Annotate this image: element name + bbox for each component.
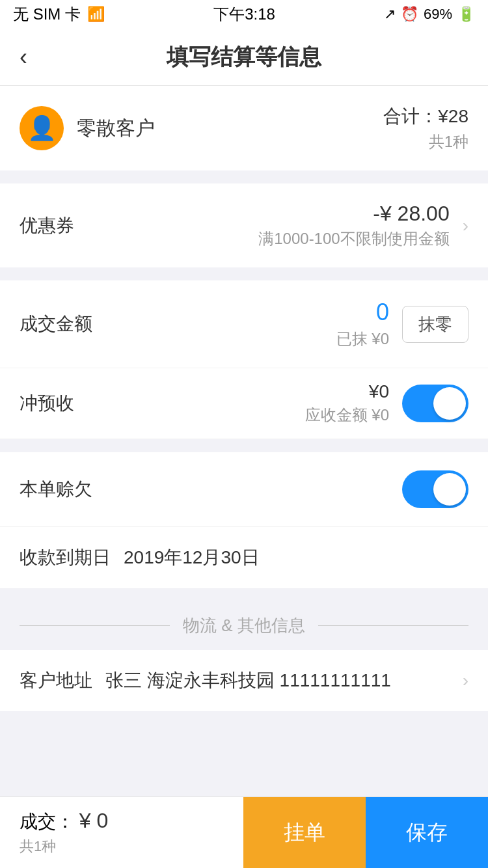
discount-sub: 满1000-100不限制使用金额	[258, 228, 449, 249]
logistics-label: 物流 & 其他信息	[183, 614, 305, 637]
address-value: 张三 海淀永丰科技园 11111111111	[105, 668, 391, 693]
logistics-section-header: 物流 & 其他信息	[0, 601, 488, 650]
prepaid-label: 冲预收	[20, 391, 74, 416]
pending-button[interactable]: 挂单	[243, 797, 366, 869]
debt-section: 本单赊欠 收款到期日 2019年12月30日	[0, 452, 488, 588]
due-date-row: 收款到期日 2019年12月30日	[0, 527, 488, 588]
discount-amount: -¥ 28.00	[258, 202, 449, 226]
save-button-label: 保存	[406, 819, 448, 847]
location-icon: ↗	[384, 6, 396, 23]
transaction-right: 0 已抹 ¥0 抹零	[336, 299, 468, 349]
avatar: 👤	[20, 106, 64, 150]
customer-name: 零散客户	[77, 115, 155, 142]
chevron-right-icon: ›	[463, 215, 468, 236]
carrier-text: 无 SIM 卡	[13, 4, 81, 25]
coupon-value-col: -¥ 28.00 满1000-100不限制使用金额	[258, 202, 449, 249]
pending-button-label: 挂单	[284, 819, 325, 847]
toggle-knob	[433, 387, 466, 420]
address-content: 客户地址 张三 海淀永丰科技园 11111111111	[20, 668, 391, 693]
coupon-label: 优惠券	[20, 213, 74, 238]
bottom-count: 共1种	[20, 837, 224, 856]
prepaid-right: ¥0 应收金额 ¥0	[305, 381, 468, 426]
status-bar: 无 SIM 卡 📶 下午3:18 ↗ ⏰ 69% 🔋	[0, 0, 488, 29]
total-count: 共1种	[383, 131, 468, 152]
customer-total: 合计：¥28 共1种	[383, 104, 468, 152]
prepaid-amount: ¥0	[305, 381, 389, 402]
debt-toggle[interactable]	[402, 470, 468, 508]
page-title: 填写结算等信息	[167, 42, 321, 72]
bottom-deal-label: 成交：	[20, 811, 74, 832]
transaction-amount-row: 成交金额 0 已抹 ¥0 抹零	[0, 280, 488, 368]
time-display: 下午3:18	[213, 4, 275, 25]
customer-row: 👤 零散客户 合计：¥28 共1种	[0, 86, 488, 170]
divider-right	[318, 625, 468, 626]
divider-left	[20, 625, 170, 626]
battery-text: 69%	[424, 6, 452, 23]
back-button[interactable]: ‹	[20, 44, 27, 71]
bottom-summary: 成交： ¥ 0 共1种	[0, 809, 243, 856]
bottom-deal-row: 成交： ¥ 0	[20, 809, 224, 834]
status-right: ↗ ⏰ 69% 🔋	[384, 6, 475, 23]
coupon-section: 优惠券 -¥ 28.00 满1000-100不限制使用金额 ›	[0, 183, 488, 267]
due-date-value: 2019年12月30日	[124, 545, 260, 570]
main-content: 👤 零散客户 合计：¥28 共1种 优惠券 -¥ 28.00 满1000-100…	[0, 86, 488, 802]
transaction-label: 成交金额	[20, 312, 92, 336]
bottom-deal-amount: ¥ 0	[79, 809, 108, 832]
nav-bar: ‹ 填写结算等信息	[0, 29, 488, 86]
debt-row: 本单赊欠	[0, 452, 488, 527]
transaction-section: 成交金额 0 已抹 ¥0 抹零 冲预收 ¥0 应收金额 ¥0	[0, 280, 488, 439]
alarm-icon: ⏰	[401, 6, 418, 23]
save-button[interactable]: 保存	[366, 797, 488, 869]
coupon-right: -¥ 28.00 满1000-100不限制使用金额 ›	[258, 202, 468, 249]
bottom-bar: 成交： ¥ 0 共1种 挂单 保存	[0, 796, 488, 868]
due-date-label: 收款到期日	[20, 545, 111, 570]
wifi-icon: 📶	[87, 6, 105, 23]
round-button[interactable]: 抹零	[402, 306, 468, 343]
status-left: 无 SIM 卡 📶	[13, 4, 105, 25]
prepaid-sub: 应收金额 ¥0	[305, 405, 389, 426]
total-amount: 合计：¥28	[383, 104, 468, 129]
address-row[interactable]: 客户地址 张三 海淀永丰科技园 11111111111 ›	[0, 650, 488, 711]
address-section: 客户地址 张三 海淀永丰科技园 11111111111 ›	[0, 650, 488, 711]
battery-icon: 🔋	[457, 6, 475, 23]
prepaid-value-col: ¥0 应收金额 ¥0	[305, 381, 389, 426]
debt-label: 本单赊欠	[20, 477, 92, 502]
already-rounded-text: 已抹 ¥0	[336, 329, 389, 349]
transaction-value-col: 0 已抹 ¥0	[336, 299, 389, 349]
address-chevron-icon: ›	[463, 670, 468, 691]
transaction-amount: 0	[336, 299, 389, 326]
prepaid-row: 冲预收 ¥0 应收金额 ¥0	[0, 368, 488, 439]
avatar-icon: 👤	[27, 115, 57, 142]
coupon-row[interactable]: 优惠券 -¥ 28.00 满1000-100不限制使用金额 ›	[0, 183, 488, 267]
customer-info: 👤 零散客户	[20, 106, 155, 150]
address-label: 客户地址	[20, 668, 92, 693]
debt-toggle-knob	[433, 473, 466, 506]
prepaid-toggle[interactable]	[402, 385, 468, 422]
